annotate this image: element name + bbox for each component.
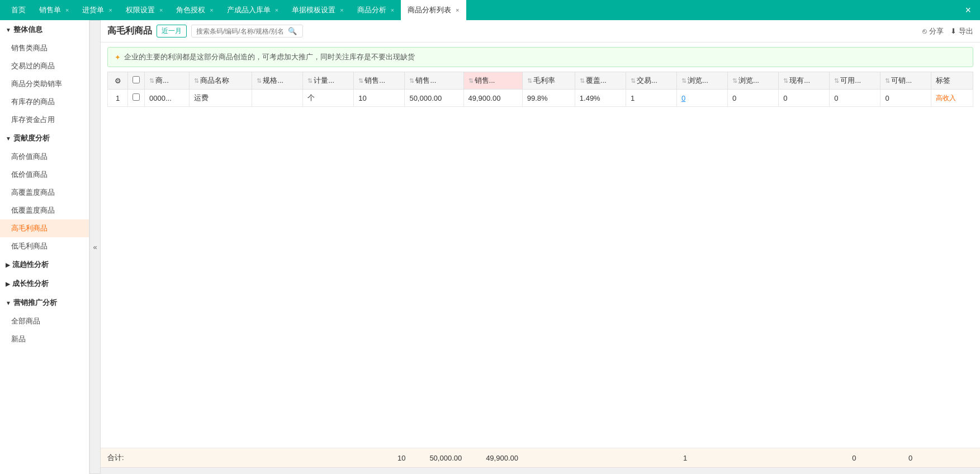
- period-button[interactable]: 近一月: [157, 25, 187, 37]
- footer-browse2: [748, 454, 804, 462]
- collapse-arrow-icon: ▼: [6, 300, 11, 306]
- close-all-button[interactable]: ×: [960, 4, 976, 16]
- sidebar-item-in-stock[interactable]: 有库存的商品: [0, 93, 89, 111]
- cell-sales-profit: 49,900.00: [463, 90, 522, 107]
- close-icon[interactable]: ×: [159, 7, 163, 13]
- nav-item-sales[interactable]: 销售单 ×: [32, 0, 75, 20]
- col-code[interactable]: ⇅商...: [145, 72, 190, 90]
- share-button[interactable]: ⎋ 分享: [922, 26, 944, 36]
- nav-item-home[interactable]: 首页: [4, 0, 32, 20]
- sidebar-section-trend[interactable]: ▶ 流趋性分析: [0, 255, 89, 274]
- sidebar-section-growth[interactable]: ▶ 成长性分析: [0, 274, 89, 293]
- col-available[interactable]: ⇅可用...: [830, 72, 880, 90]
- nav-label-analysis-list: 商品分析列表: [408, 5, 451, 15]
- nav-label-product-analysis: 商品分析: [357, 5, 386, 15]
- nav-item-product-analysis[interactable]: 商品分析 ×: [351, 0, 401, 20]
- footer-transaction: 1: [636, 454, 692, 462]
- col-spec[interactable]: ⇅规格...: [252, 72, 303, 90]
- cell-available: 0: [830, 90, 880, 107]
- nav-item-roles[interactable]: 角色授权 ×: [169, 0, 220, 20]
- col-transaction[interactable]: ⇅交易...: [626, 72, 676, 90]
- sidebar-item-high-coverage[interactable]: 高覆盖度商品: [0, 184, 89, 201]
- export-icon: ⬇: [950, 27, 957, 35]
- cell-browse1[interactable]: 0: [677, 90, 728, 107]
- cell-saleable: 0: [880, 90, 931, 107]
- footer-empty-2: [184, 454, 241, 462]
- data-table-wrapper[interactable]: ⚙ ⇅商... ⇅商品名称 ⇅规格... ⇅计量... ⇅销售... ⇅销售..…: [107, 72, 973, 448]
- col-current-stock[interactable]: ⇅现有...: [779, 72, 830, 90]
- col-tag[interactable]: 标签: [931, 72, 973, 90]
- footer-browse1: [692, 454, 748, 462]
- close-icon[interactable]: ×: [210, 7, 213, 13]
- nav-item-purchase[interactable]: 进货单 ×: [75, 0, 119, 20]
- sidebar-item-high-margin[interactable]: 高毛利商品: [0, 219, 89, 237]
- sidebar-collapse-button[interactable]: «: [89, 20, 101, 474]
- col-checkbox[interactable]: [128, 72, 145, 90]
- sidebar-item-stock-capital[interactable]: 库存资金占用: [0, 111, 89, 129]
- footer-empty-1: [129, 454, 185, 462]
- footer-label: 合计:: [107, 453, 124, 463]
- export-button[interactable]: ⬇ 导出: [950, 26, 973, 36]
- nav-label-sales: 销售单: [39, 5, 61, 15]
- sidebar-section-marketing[interactable]: ▼ 营销推广分析: [0, 293, 89, 312]
- search-input[interactable]: [196, 27, 286, 35]
- col-settings[interactable]: ⚙: [108, 72, 128, 90]
- nav-item-finished-goods[interactable]: 产成品入库单 ×: [220, 0, 285, 20]
- sidebar-item-sales-products[interactable]: 销售类商品: [0, 39, 89, 57]
- footer-empty-4: [297, 454, 354, 462]
- sidebar-item-low-value[interactable]: 低价值商品: [0, 166, 89, 184]
- sidebar-item-new-products[interactable]: 新品: [0, 330, 89, 348]
- col-sales-profit[interactable]: ⇅销售...: [463, 72, 522, 90]
- col-name[interactable]: ⇅商品名称: [189, 72, 252, 90]
- content-header: 高毛利商品 近一月 🔍 ⎋ 分享 ⬇ 导出: [101, 20, 980, 43]
- nav-item-analysis-list[interactable]: 商品分析列表 ×: [401, 0, 466, 20]
- content-area: 高毛利商品 近一月 🔍 ⎋ 分享 ⬇ 导出 ✦ 企业的主要的利润都是这部分商品创…: [101, 20, 980, 474]
- col-unit[interactable]: ⇅计量...: [303, 72, 354, 90]
- sidebar-item-category-assist[interactable]: 商品分类助销率: [0, 75, 89, 93]
- close-icon[interactable]: ×: [275, 7, 278, 13]
- cell-coverage: 1.49%: [575, 90, 626, 107]
- col-gross-margin[interactable]: ⇅毛利率: [522, 72, 575, 90]
- info-text: 企业的主要的利润都是这部分商品创造的，可考虑加大推广，同时关注库存是不要出现缺货: [124, 52, 415, 62]
- main-layout: ▼ 整体信息 销售类商品 交易过的商品 商品分类助销率 有库存的商品 库存资金占…: [0, 20, 980, 474]
- col-sales-amount[interactable]: ⇅销售...: [405, 72, 463, 90]
- sidebar-item-high-value[interactable]: 高价值商品: [0, 148, 89, 166]
- nav-item-permissions[interactable]: 权限设置 ×: [119, 0, 169, 20]
- sidebar-section-contribution[interactable]: ▼ 贡献度分析: [0, 129, 89, 148]
- col-coverage[interactable]: ⇅覆盖...: [575, 72, 626, 90]
- collapse-icon: «: [93, 243, 97, 251]
- cell-checkbox[interactable]: [128, 90, 145, 107]
- sidebar-item-all-products[interactable]: 全部商品: [0, 312, 89, 330]
- sidebar-item-low-coverage[interactable]: 低覆盖度商品: [0, 201, 89, 219]
- close-icon[interactable]: ×: [65, 7, 69, 13]
- nav-label-permissions: 权限设置: [126, 5, 155, 15]
- footer-totals: 合计: 10 50,000.00 49,900.00 1 0 0: [101, 448, 980, 467]
- footer-current-stock: 0: [804, 454, 861, 462]
- select-all-checkbox[interactable]: [132, 76, 140, 83]
- col-browse1[interactable]: ⇅浏览...: [677, 72, 728, 90]
- table-row: 1 0000... 运费 个 10 50,000.00 49,900.00 99…: [108, 90, 973, 107]
- info-banner: ✦ 企业的主要的利润都是这部分商品创造的，可考虑加大推广，同时关注库存是不要出现…: [107, 47, 973, 67]
- cell-sales-amount: 50,000.00: [405, 90, 463, 107]
- close-icon[interactable]: ×: [391, 7, 394, 13]
- share-icon: ⎋: [922, 27, 927, 35]
- col-sales-qty[interactable]: ⇅销售...: [354, 72, 405, 90]
- sidebar-section-growth-label: 成长性分析: [12, 279, 49, 289]
- sidebar-section-trend-label: 流趋性分析: [12, 260, 49, 270]
- sidebar-item-low-margin[interactable]: 低毛利商品: [0, 237, 89, 255]
- close-icon[interactable]: ×: [340, 7, 343, 13]
- cell-browse2: 0: [728, 90, 779, 107]
- col-saleable[interactable]: ⇅可销...: [880, 72, 931, 90]
- search-icon[interactable]: 🔍: [288, 27, 297, 35]
- row-checkbox[interactable]: [132, 93, 140, 101]
- horizontal-scrollbar[interactable]: [101, 467, 980, 474]
- col-browse2[interactable]: ⇅浏览...: [728, 72, 779, 90]
- data-table: ⚙ ⇅商... ⇅商品名称 ⇅规格... ⇅计量... ⇅销售... ⇅销售..…: [107, 72, 973, 107]
- search-box: 🔍: [191, 25, 303, 37]
- sidebar-section-overall[interactable]: ▼ 整体信息: [0, 20, 89, 39]
- nav-item-template[interactable]: 单据模板设置 ×: [285, 0, 350, 20]
- sidebar-item-traded-products[interactable]: 交易过的商品: [0, 57, 89, 75]
- cell-code: 0000...: [145, 90, 190, 107]
- close-icon[interactable]: ×: [108, 7, 112, 13]
- close-icon[interactable]: ×: [456, 7, 459, 13]
